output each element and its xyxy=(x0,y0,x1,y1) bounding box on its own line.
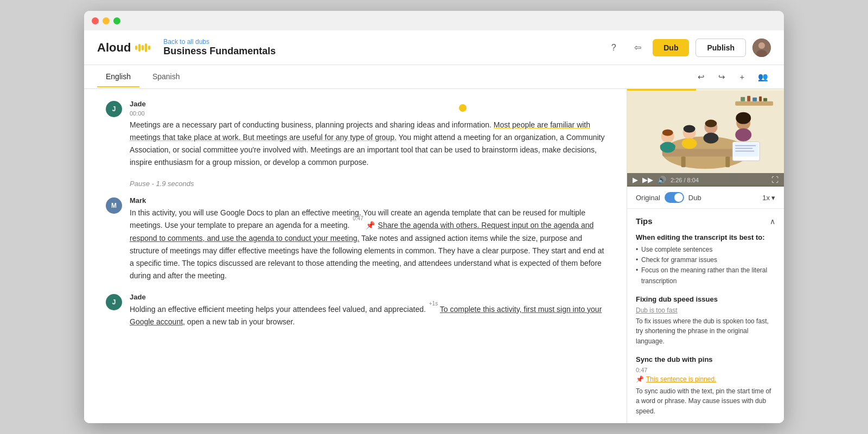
titlebar xyxy=(84,11,784,30)
speed-value: 1x xyxy=(762,194,770,202)
tab-spanish[interactable]: Spanish xyxy=(144,67,189,87)
logo-bar-1 xyxy=(135,46,137,50)
svg-point-24 xyxy=(705,120,717,127)
tip-sync-title: Sync the dub with pins xyxy=(636,355,775,363)
tips-collapse-button[interactable]: ∧ xyxy=(770,217,775,226)
tab-english[interactable]: English xyxy=(97,67,139,87)
right-panel: ▶ ▶▶ 🔊 2:26 / 8:04 ⛶ Original xyxy=(627,89,784,423)
speaker-avatar-mark-1: M xyxy=(106,197,122,214)
svg-point-23 xyxy=(704,133,719,144)
toggle-knob xyxy=(674,193,683,202)
svg-point-1 xyxy=(758,42,765,49)
svg-rect-13 xyxy=(725,156,730,167)
header: Aloud Back to all dubs Business Fundamen… xyxy=(84,30,784,65)
segment-content-jade-1: Jade 00:00 Meetings are a necessary part… xyxy=(130,100,605,169)
segment-content-mark-1: Mark In this activity, you will use Goog… xyxy=(130,196,605,282)
users-button[interactable]: 👥 xyxy=(755,69,771,85)
tip-dub-speed-section: Fixing dub speed issues Dub is too fast … xyxy=(636,295,775,347)
maximize-button[interactable] xyxy=(113,17,120,24)
back-link[interactable]: Back to all dubs xyxy=(163,38,276,46)
pause-label-1: Pause - 1.9 seconds xyxy=(130,180,605,188)
help-button[interactable]: ? xyxy=(605,39,622,56)
svg-rect-4 xyxy=(735,101,773,106)
scene-illustration xyxy=(627,89,784,187)
speed-selector[interactable]: 1x ▾ xyxy=(762,194,775,202)
segment-text-jade-2[interactable]: Holding an effective efficient meeting h… xyxy=(130,303,605,328)
redo-button[interactable]: ↪ xyxy=(713,69,730,85)
add-button[interactable]: + xyxy=(734,69,750,85)
tip-dub-speed-text: To fix issues where the dub is spoken to… xyxy=(636,316,775,347)
segment-content-jade-2: Jade Holding an effective efficient meet… xyxy=(130,293,605,328)
tip-bullet-3: Focus on the meaning rather than the lit… xyxy=(636,265,775,286)
nav-info: Back to all dubs Business Fundamentals xyxy=(163,38,276,57)
svg-point-21 xyxy=(684,125,695,133)
playhead-circle xyxy=(459,104,467,112)
segment-jade-1: J Jade 00:00 Meetings are a necessary pa… xyxy=(106,100,605,169)
tip-bullet-1: Use complete sentences xyxy=(636,245,775,255)
original-label: Original xyxy=(636,194,660,202)
pin-icon: 📌 xyxy=(636,375,644,383)
svg-rect-9 xyxy=(763,98,767,101)
skip-forward-button[interactable]: ▶▶ xyxy=(642,176,653,184)
tip-sync-section: Sync the dub with pins 0:47 📌 This sente… xyxy=(636,355,775,417)
video-scene xyxy=(627,89,784,187)
close-button[interactable] xyxy=(92,17,99,24)
svg-rect-6 xyxy=(747,96,750,101)
timestamp-jade-1: 00:00 xyxy=(130,110,605,117)
tip-editing-section: When editing the transcript its best to:… xyxy=(636,233,775,286)
transcript-panel[interactable]: J Jade 00:00 Meetings are a necessary pa… xyxy=(84,89,627,423)
audio-toggle: Original Dub 1x ▾ xyxy=(627,187,784,209)
undo-button[interactable]: ↩ xyxy=(693,69,709,85)
play-button[interactable]: ▶ xyxy=(633,176,638,184)
doc-title: Business Fundamentals xyxy=(163,46,276,57)
main-layout: J Jade 00:00 Meetings are a necessary pa… xyxy=(84,89,784,423)
segment-jade-2: J Jade Holding an effective efficient me… xyxy=(106,293,605,328)
svg-rect-7 xyxy=(752,98,757,101)
tips-title: Tips xyxy=(636,216,653,226)
logo-bar-5 xyxy=(148,46,150,50)
speaker-avatar-jade-2: J xyxy=(106,294,122,310)
svg-rect-29 xyxy=(733,143,758,156)
segment-text-jade-1[interactable]: Meetings are a necessary part of conduct… xyxy=(130,119,605,169)
fullscreen-button[interactable]: ⛶ xyxy=(771,176,778,184)
avatar xyxy=(752,39,771,57)
video-controls: ▶ ▶▶ 🔊 2:26 / 8:04 ⛶ xyxy=(627,173,784,187)
svg-point-26 xyxy=(735,129,751,142)
tip-sync-text: To sync audio with the text, pin the sta… xyxy=(636,386,775,417)
svg-point-20 xyxy=(682,138,697,149)
svg-rect-12 xyxy=(681,156,686,167)
speaker-name-jade-2: Jade xyxy=(130,293,605,301)
video-progress-fill xyxy=(627,89,696,91)
dub-button[interactable]: Dub xyxy=(653,39,689,56)
tips-panel[interactable]: Tips ∧ When editing the transcript its b… xyxy=(627,209,784,423)
tip-pin-ref: 0:47 xyxy=(636,367,775,373)
dub-label: Dub xyxy=(688,194,701,202)
video-time: 2:26 / 8:04 xyxy=(671,177,767,183)
tabs-bar: English Spanish ↩ ↪ + 👥 xyxy=(84,65,784,89)
app-body: Aloud Back to all dubs Business Fundamen… xyxy=(84,30,784,423)
tip-dub-speed-subtitle: Dub is too fast xyxy=(636,307,775,314)
segment-mark-1: M Mark In this activity, you will use Go… xyxy=(106,196,605,282)
segment-text-mark-1[interactable]: In this activity, you will use Google Do… xyxy=(130,207,605,282)
logo-text: Aloud xyxy=(97,41,131,55)
header-actions: ? ⇦ Dub Publish xyxy=(605,39,771,57)
publish-button[interactable]: Publish xyxy=(695,39,746,57)
video-player: ▶ ▶▶ 🔊 2:26 / 8:04 ⛶ xyxy=(627,89,784,187)
logo-icon xyxy=(135,43,150,52)
share-button[interactable]: ⇦ xyxy=(629,39,646,56)
tip-bullet-2: Check for grammar issues xyxy=(636,255,775,265)
minimize-button[interactable] xyxy=(103,17,110,24)
volume-button[interactable]: 🔊 xyxy=(658,176,666,184)
logo-bar-2 xyxy=(138,44,141,52)
tip-dub-speed-title: Fixing dub speed issues xyxy=(636,295,775,303)
svg-rect-8 xyxy=(759,97,762,101)
tip-pin-sentence: This sentence is pinned. xyxy=(646,375,716,383)
traffic-lights xyxy=(92,17,120,24)
tips-header: Tips ∧ xyxy=(636,216,775,226)
video-progress-bar[interactable] xyxy=(627,89,784,91)
playhead-indicator xyxy=(459,104,467,112)
logo-bar-3 xyxy=(142,45,144,50)
app-window: Aloud Back to all dubs Business Fundamen… xyxy=(84,11,784,423)
audio-toggle-switch[interactable] xyxy=(665,192,684,203)
svg-point-27 xyxy=(736,112,751,124)
